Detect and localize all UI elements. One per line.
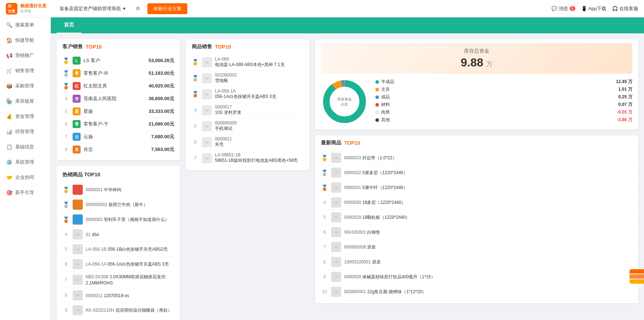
sidebar-item-operations[interactable]: 📊 经营管理 [0, 124, 50, 139]
sidebar-item-finance[interactable]: 💰 资金管理 [0, 109, 50, 124]
medal-icon: 🥉 [62, 83, 70, 90]
top-product-item[interactable]: 5 Ai 000800005 手机测试 [192, 118, 303, 134]
product-thumb: Ai [331, 168, 341, 178]
products-top10: TOP10 [215, 44, 231, 50]
trial-button[interactable]: 体验行业方案 [147, 3, 187, 14]
top-products-title: 商品销售 TOP10 [192, 44, 303, 50]
system-selector[interactable]: 装备及固定资产辅助管理系统 ▾ [57, 4, 129, 13]
chart-icon: 📊 [6, 128, 12, 135]
product-name: 12070519-xs [104, 293, 129, 298]
legend-item: 文具 1.01 万 [375, 86, 632, 93]
customer-list-item[interactable]: 🥈 零 零售客户-许 51,183.00元 [62, 67, 174, 80]
message-label: 消息 [559, 5, 568, 12]
new-product-item[interactable]: 4 Ai 0000030 18多层（1220*2440） [321, 195, 632, 210]
product-thumb: Ai [73, 229, 83, 239]
new-product-item[interactable]: 6 Ai 004100001 白钢垫 [321, 225, 632, 240]
product-code: 0000017 [215, 104, 303, 110]
product-code: 0000033 [344, 155, 362, 160]
customer-name: 云扬 [83, 134, 148, 140]
main-content: 首页 客户销售 TOP10 🥇 L LS 客户 53,006.26元 🥈 零 零… [51, 17, 644, 320]
sidebar-item-basic[interactable]: 📋 基础信息 [0, 139, 50, 155]
customer-list-item[interactable]: 7 云 云扬 7,680.00元 [62, 131, 174, 143]
product-info: 0000002 智利车子里（规格不知道填什么） [86, 217, 174, 223]
hot-product-item[interactable]: 5 Ai LA-056-1B 056-1B白色按键开关壳ABS2壳 [62, 242, 174, 257]
new-product-item[interactable]: 8 Ai 10000100001 原差 [321, 255, 632, 270]
product-code: 001000002 [215, 73, 303, 78]
rank-num: 4 [62, 232, 70, 237]
top-product-item[interactable]: 🥈 Ai 001000002 雪地靴 [192, 70, 303, 86]
top-product-item[interactable]: 6 Ai 0000021 夹壳 [192, 134, 303, 150]
sidebar-quicknav-label: 快捷导航 [15, 37, 34, 44]
hot-product-item[interactable]: 4 Ai 01 45# [62, 227, 174, 242]
sidebar-item-quicknav[interactable]: 🏠 快捷导航 [0, 33, 50, 48]
tab-home[interactable]: 首页 [57, 17, 81, 33]
medal-icon: 🥈 [62, 201, 70, 208]
new-product-item[interactable]: 🥉 Ai 0000031 5厘中纤（1220*2440） [321, 180, 632, 195]
top-product-item[interactable]: 🥇 Ai LA-089 电池盖 LA-089 ABS本色+黑种 7.1克 [192, 54, 303, 70]
hot-product-item[interactable]: 🥇 0000001 中华神鸡 [62, 182, 174, 197]
customer-list-item[interactable]: 🥉 红 红太阳文具 40,925.00元 [62, 80, 174, 93]
product-code: LA-056-1B [86, 247, 108, 252]
legend-item: 材料 0.07 万 [375, 102, 632, 108]
cs-live-btn[interactable]: 直播 [629, 279, 644, 284]
product-name: 手机测试 [215, 126, 303, 132]
hot-product-item[interactable]: 9 Ai KK-SD22110H 花语萌恒温分隔睡袋（厚款） [62, 303, 174, 317]
product-code: 0000029 [344, 215, 362, 220]
money-icon: 💰 [6, 113, 12, 120]
new-product-item[interactable]: 5 Ai 0000029 18颗粒板（1220*2440） [321, 210, 632, 225]
product-info: 0000001 中华神鸡 [86, 187, 174, 193]
sidebar-item-system[interactable]: ⚙️ 系统管理 [0, 155, 50, 170]
sidebar-item-marketing[interactable]: 📢 营销推广 [0, 48, 50, 63]
product-info: 0000028 体械荔枝味苏打饮品400毫升（1*15） [344, 274, 632, 280]
customer-list-item[interactable]: 5 星 星扬 33,333.00元 [62, 105, 174, 118]
product-name: 18颗粒板（1220*2440） [362, 215, 410, 220]
top-product-item[interactable]: 4 Ai 0000017 10S 变料罗浆 [192, 102, 303, 118]
sidebar-search-label: 搜索菜单 [15, 22, 34, 28]
hot-product-item[interactable]: 🥈 000500001 新西兰牛肉（新牛） [62, 197, 174, 212]
cs-hotline-btn[interactable]: 客服热线 [629, 269, 644, 274]
app-download-btn[interactable]: 📱 App下载 [581, 5, 606, 12]
hot-product-item[interactable]: 🥉 0000002 智利车子里（规格不知道填什么） [62, 212, 174, 227]
sidebar-item-inventory[interactable]: 🏪 库存核算 [0, 94, 50, 109]
top-customers-card: 客户销售 TOP10 🥇 L LS 客户 53,006.26元 🥈 零 零售客户… [57, 39, 180, 160]
sidebar-item-sales[interactable]: 🛒 销售管理 [0, 63, 50, 78]
customer-avatar: 星 [73, 107, 81, 115]
hot-product-item[interactable]: 6 Ai LA-056-1A 056-1A白色按键开关盖ABS 3壳 [62, 257, 174, 272]
customer-list-item[interactable]: 4 杏 苍南县人民医院 36,600.00元 [62, 93, 174, 105]
customer-amount: 21,680.00元 [148, 121, 174, 127]
hot-product-item[interactable]: 8 Ai 0000011 12070519-xs [62, 288, 174, 303]
customer-list-item[interactable]: 8 肖 肖念 7,563.00元 [62, 143, 174, 156]
customer-avatar: 红 [73, 82, 81, 90]
new-product-item[interactable]: 🥈 Ai 0000032 5厘多层（1220*2440） [321, 165, 632, 180]
logo-sub: 标准版 [20, 9, 46, 14]
sidebar-item-company[interactable]: 🤝 企业协同 [0, 170, 50, 185]
customer-avatar: 云 [73, 133, 81, 141]
online-service-btn[interactable]: 🎧 在线客服 [612, 5, 638, 12]
product-name: 5厘多层（1220*2440） [362, 170, 408, 175]
rank-num: 8 [321, 259, 328, 264]
product-name: 45# [92, 232, 99, 237]
products-title-text: 商品销售 [192, 44, 212, 50]
new-product-item[interactable]: 7 Ai 000800008 原差 [321, 240, 632, 255]
top-product-item[interactable]: 7 Ai LA-59651-1B 59651-1B旋转投影灯电池盒ABS黑色+5… [192, 150, 303, 166]
sidebar-item-guide[interactable]: 🎯 新手引导 [0, 185, 50, 200]
product-thumb: Ai [73, 244, 83, 254]
header-center: 装备及固定资产辅助管理系统 ▾ ⚙ 体验行业方案 [57, 3, 551, 14]
new-product-item[interactable]: 10 Ai 003800001 22g鱼豆腐-烧烤味（1*12*20） [321, 284, 632, 299]
legend-value: 0.07 万 [618, 102, 632, 108]
customer-list-item[interactable]: 🥇 L LS 客户 53,006.26元 [62, 54, 174, 67]
medal-icon: 🥇 [321, 155, 328, 161]
sidebar-item-purchase[interactable]: 📦 采购管理 [0, 78, 50, 94]
customer-list-item[interactable]: 6 零 零售客户-于 21,680.00元 [62, 118, 174, 131]
top-product-item[interactable]: 🥉 Ai LA-056-1A 056-1A白色按键开关盖ABS 3克 [192, 86, 303, 102]
new-product-item[interactable]: 9 Ai 0000028 体械荔枝味苏打饮品400毫升（1*15） [321, 270, 632, 284]
gear-button[interactable]: ⚙ [133, 4, 143, 14]
hot-product-item[interactable]: 7 Ai NB2.0X30B 2.0X30MM双搓花轴搓花直径2.1MM/ROH… [62, 272, 174, 288]
message-btn[interactable]: 💬 消息 6 [551, 5, 575, 12]
customer-amount: 7,563.00元 [151, 146, 174, 153]
product-code: 01 [86, 232, 92, 237]
new-product-item[interactable]: 🥇 Ai 0000033 封边带（1.0*22） [321, 151, 632, 165]
cs-community-btn[interactable]: 服务社区 [629, 274, 644, 279]
medal-icon: 🥇 [62, 186, 70, 193]
sidebar-item-search[interactable]: 🔍 搜索菜单 [0, 17, 50, 33]
